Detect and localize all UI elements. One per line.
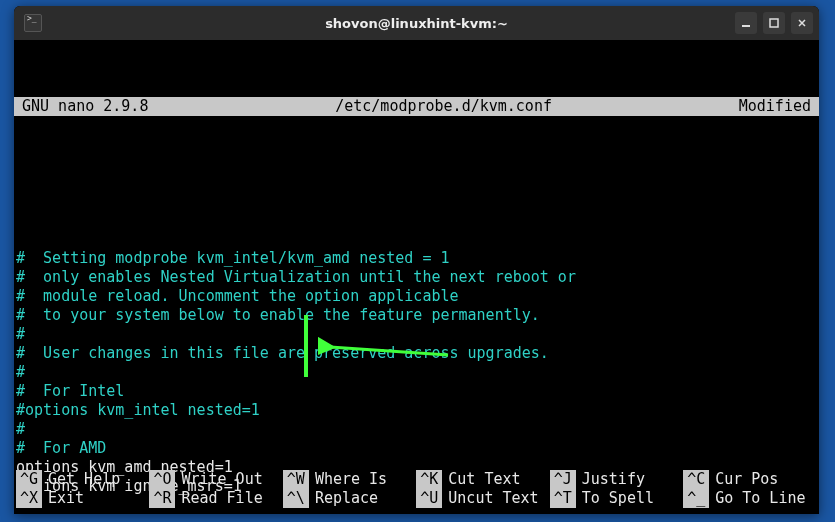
menu-item: ^UUncut Text: [416, 489, 549, 508]
minimize-button[interactable]: [735, 12, 757, 34]
nano-status: Modified: [733, 97, 817, 116]
shortcut-key: ^X: [16, 489, 42, 508]
window-title: shovon@linuxhint-kvm:~: [14, 16, 819, 31]
minimize-icon: [741, 18, 751, 28]
nano-app-name: GNU nano 2.9.8: [16, 97, 154, 116]
shortcut-desc: Uncut Text: [448, 489, 538, 508]
shortcut-desc: Go To Line: [715, 489, 805, 508]
shortcut-key: ^\: [283, 489, 309, 508]
maximize-button[interactable]: [763, 12, 785, 34]
file-line: # to your system below to enable the fea…: [16, 306, 817, 325]
shortcut-desc: Replace: [315, 489, 378, 508]
close-button[interactable]: [791, 12, 813, 34]
shortcut-desc: To Spell: [582, 489, 654, 508]
shortcut-key: ^W: [283, 470, 309, 489]
shortcut-key: ^R: [149, 489, 175, 508]
shortcut-key: ^J: [550, 470, 576, 489]
shortcut-key: ^_: [683, 489, 709, 508]
terminal-window: shovon@linuxhint-kvm:~ GNU nano 2.9.8 /e…: [14, 6, 819, 514]
window-controls: [735, 12, 813, 34]
file-line: #options kvm_intel nested=1: [16, 401, 817, 420]
file-line: #: [16, 325, 817, 344]
menu-item: ^WWhere Is: [283, 470, 416, 489]
svg-rect-1: [770, 19, 778, 27]
file-line: # module reload. Uncomment the option ap…: [16, 287, 817, 306]
menu-item: ^RRead File: [149, 489, 282, 508]
nano-file-path: /etc/modprobe.d/kvm.conf: [154, 97, 732, 116]
nano-header: GNU nano 2.9.8 /etc/modprobe.d/kvm.conf …: [14, 97, 819, 116]
menu-item: ^_Go To Line: [683, 489, 816, 508]
file-content: # Setting modprobe kvm_intel/kvm_amd nes…: [14, 249, 819, 496]
file-line: #: [16, 363, 817, 382]
file-line: # For Intel: [16, 382, 817, 401]
shortcut-desc: Get Help: [48, 470, 120, 489]
menu-item: ^JJustify: [550, 470, 683, 489]
file-line: #: [16, 420, 817, 439]
file-line: # User changes in this file are preserve…: [16, 344, 817, 363]
desktop: shovon@linuxhint-kvm:~ GNU nano 2.9.8 /e…: [0, 0, 835, 522]
file-line: # Setting modprobe kvm_intel/kvm_amd nes…: [16, 249, 817, 268]
menu-item: ^CCur Pos: [683, 470, 816, 489]
menu-row: ^GGet Help^OWrite Out^WWhere Is^KCut Tex…: [16, 470, 817, 489]
terminal-icon: [24, 14, 42, 32]
shortcut-desc: Read File: [181, 489, 262, 508]
shortcut-key: ^C: [683, 470, 709, 489]
shortcut-desc: Write Out: [181, 470, 262, 489]
menu-item: ^TTo Spell: [550, 489, 683, 508]
titlebar: shovon@linuxhint-kvm:~: [14, 6, 819, 40]
file-line: # only enables Nested Virtualization unt…: [16, 268, 817, 287]
shortcut-desc: Where Is: [315, 470, 387, 489]
shortcut-desc: Justify: [582, 470, 645, 489]
menu-item: ^XExit: [16, 489, 149, 508]
shortcut-key: ^G: [16, 470, 42, 489]
menu-item: ^OWrite Out: [149, 470, 282, 489]
shortcut-desc: Exit: [48, 489, 84, 508]
menu-item: ^GGet Help: [16, 470, 149, 489]
menu-item: ^\Replace: [283, 489, 416, 508]
shortcut-key: ^O: [149, 470, 175, 489]
close-icon: [797, 18, 807, 28]
shortcut-desc: Cut Text: [448, 470, 520, 489]
nano-shortcut-menu: ^GGet Help^OWrite Out^WWhere Is^KCut Tex…: [14, 470, 819, 508]
shortcut-key: ^K: [416, 470, 442, 489]
terminal-area[interactable]: GNU nano 2.9.8 /etc/modprobe.d/kvm.conf …: [14, 40, 819, 514]
shortcut-key: ^T: [550, 489, 576, 508]
maximize-icon: [769, 18, 779, 28]
shortcut-desc: Cur Pos: [715, 470, 778, 489]
shortcut-key: ^U: [416, 489, 442, 508]
svg-rect-0: [742, 25, 750, 27]
file-line: # For AMD: [16, 439, 817, 458]
menu-row: ^XExit^RRead File^\Replace^UUncut Text^T…: [16, 489, 817, 508]
menu-item: ^KCut Text: [416, 470, 549, 489]
